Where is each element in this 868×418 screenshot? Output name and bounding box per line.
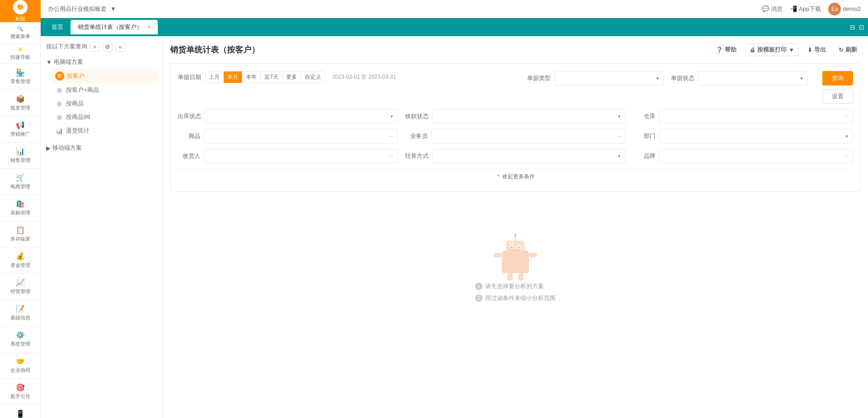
print-icon: 🖨: [750, 47, 755, 53]
collapse-bar[interactable]: ⌃ 收起更多条件: [178, 169, 853, 184]
empty-tips: 1 请先选择要分析的方案 2 用过滤条件来缩小分析范围: [475, 282, 556, 302]
query-action-area: 查询 设置: [822, 71, 853, 104]
order-status-input[interactable]: ▼: [698, 71, 808, 86]
sidebar-quicknav[interactable]: ⚡ 快捷导航: [0, 44, 40, 64]
logo-icon: 畅: [13, 0, 28, 14]
messages-btn[interactable]: 💬 消息: [762, 5, 783, 13]
print-label: 按模板打印: [757, 46, 787, 54]
scheme-item-product99[interactable]: ⊞ 按商品99: [52, 110, 159, 124]
help-label: 帮助: [725, 46, 736, 54]
date-tab-this-year[interactable]: 本年: [242, 71, 261, 83]
empty-tip-2: 2 用过滤条件来缩小分析范围: [475, 294, 556, 302]
scheme-customer-product-label: 按客户+商品: [66, 86, 99, 94]
sidebar-item-inventory[interactable]: 📋 库存核算: [0, 221, 40, 247]
payment-status-input[interactable]: ▼: [432, 109, 625, 124]
scheme-item-customer-product[interactable]: ⊞ 按客户+商品: [52, 83, 159, 97]
tab-minimize-icon[interactable]: ⊟: [850, 24, 855, 31]
retail-icon: 🏪: [16, 68, 25, 77]
main-content: 办公用品行业模拟账套 ▼ 💬 消息 📲 App下载 Ea demo2 首页 销货…: [41, 0, 868, 418]
scheme-item-product[interactable]: ⊞ 按商品: [52, 97, 159, 110]
user-profile[interactable]: Ea demo2: [828, 3, 861, 15]
empty-tip-1: 1 请先选择要分析的方案: [475, 282, 556, 290]
date-tab-custom[interactable]: 自定义: [301, 71, 325, 83]
print-btn[interactable]: 🖨 按模板打印 ▼: [745, 43, 798, 56]
collapse-panel-btn[interactable]: «: [115, 42, 125, 52]
sidebar-search[interactable]: 🔍 搜索菜单: [0, 22, 40, 44]
sidebar-item-finance[interactable]: 💰 资金管理: [0, 247, 40, 274]
warehouse-input[interactable]: ···: [659, 109, 853, 124]
sidebar-item-retail[interactable]: 🏪 零售管理: [0, 64, 40, 90]
scheme-items-list: 客 按客户 ⊞ 按客户+商品 ⊞ 按商品: [44, 69, 159, 138]
settlement-dropdown-icon: ▼: [617, 154, 622, 159]
date-tab-last-month[interactable]: 上月: [205, 71, 224, 83]
product-input[interactable]: ···: [204, 129, 398, 143]
sidebar-item-newbie[interactable]: 🎯 新手引导: [0, 379, 40, 405]
department-field: 部门 ▼: [633, 129, 853, 143]
sidebar-item-system-label: 系统管理: [10, 341, 30, 347]
export-btn[interactable]: ⬇ 导出: [804, 44, 830, 56]
tab-close-icon[interactable]: ✕: [147, 25, 151, 30]
sidebar-item-purchase-label: 采购管理: [10, 209, 30, 216]
order-type-input[interactable]: ▼: [554, 71, 664, 86]
payment-status-field: 收款状态 ▼: [405, 109, 625, 124]
add-scheme-btn[interactable]: +: [90, 42, 100, 52]
query-button[interactable]: 查询: [822, 71, 853, 86]
sidebar-item-wholesale[interactable]: 📦 批发管理: [0, 90, 40, 116]
app-download-btn[interactable]: 📲 App下载: [790, 5, 821, 13]
product-field: 商品 ···: [178, 129, 398, 143]
content-area: 按以下方案查询 + ⚙ « ▼ 电脑端方案: [41, 36, 868, 418]
warehouse-status-field: 出库状态 ▼: [178, 109, 398, 124]
department-input[interactable]: ▼: [659, 129, 853, 143]
sidebar-search-label: 搜索菜单: [10, 33, 30, 40]
sidebar-item-sales[interactable]: 📊 销售管理: [0, 142, 40, 169]
warehouse-status-input[interactable]: ▼: [205, 109, 398, 124]
mobile-scheme-title[interactable]: ▶ 移动端方案: [44, 141, 159, 155]
recipient-field: 收货人 ···: [178, 149, 398, 163]
message-icon: 💬: [762, 5, 769, 12]
sidebar-item-operation[interactable]: 📈 经营管理: [0, 274, 40, 300]
order-status-field: 单据状态 ▼: [671, 71, 808, 86]
svg-rect-8: [529, 253, 537, 257]
desktop-scheme-title[interactable]: ▼ 电脑端方案: [44, 55, 159, 69]
product-label: 商品: [178, 132, 200, 140]
department-label: 部门: [633, 132, 656, 140]
scheme-customer-product-icon: ⊞: [55, 86, 63, 94]
date-tab-more[interactable]: 更多: [283, 71, 301, 83]
settlement-field: 结算方式 ▼: [405, 149, 625, 163]
salesperson-field: 业务员 ···: [405, 129, 625, 143]
messages-label: 消息: [771, 5, 783, 13]
tab-home[interactable]: 首页: [44, 20, 71, 34]
salesperson-input[interactable]: ···: [431, 129, 625, 143]
page-title-bar: 销货单统计表（按客户） ❓ 帮助 🖨 按模板打印 ▼ ⬇ 导出: [170, 43, 861, 56]
settlement-input[interactable]: ▼: [432, 149, 625, 163]
department-dropdown-icon: ▼: [844, 134, 849, 139]
page-title-text: 销货单统计表（按客户）: [170, 44, 259, 55]
date-tab-7days[interactable]: 近7天: [261, 71, 283, 83]
sidebar-item-system[interactable]: ⚙️ 系统管理: [0, 326, 40, 352]
sidebar-item-basic[interactable]: 📝 基础信息: [0, 300, 40, 326]
sidebar-item-marketing[interactable]: 📢 营销推广: [0, 116, 40, 142]
sidebar-item-operation-label: 经营管理: [10, 288, 30, 295]
system-icon: ⚙️: [16, 331, 25, 339]
sidebar-item-ecommerce[interactable]: 🛒 电商管理: [0, 169, 40, 195]
apps-icon: 📱: [16, 409, 25, 418]
scheme-settings-btn[interactable]: ⚙: [103, 42, 113, 52]
settings-icon: ⚙: [105, 43, 110, 50]
collapse-label: 收起更多条件: [502, 173, 535, 180]
settings-button[interactable]: 设置: [822, 89, 853, 104]
scheme-item-customer[interactable]: 客 按客户: [52, 69, 159, 83]
tab-maximize-icon[interactable]: ⊡: [859, 24, 864, 31]
date-tab-this-month[interactable]: 本月: [224, 71, 242, 83]
help-btn[interactable]: ❓ 帮助: [712, 44, 740, 56]
scheme-item-return-stats[interactable]: 📊 退货统计: [52, 124, 159, 138]
svg-point-4: [511, 247, 513, 248]
refresh-icon: ↻: [839, 47, 844, 53]
sidebar-item-purchase[interactable]: 🛍️ 采购管理: [0, 195, 40, 221]
refresh-btn[interactable]: ↻ 刷新: [835, 44, 861, 56]
app-logo: 畅 标版: [0, 0, 41, 22]
recipient-input[interactable]: ···: [204, 149, 398, 163]
brand-input[interactable]: ···: [659, 149, 853, 163]
sidebar-item-enterprise[interactable]: 🤝 企业协同: [0, 352, 40, 379]
sidebar-item-apps[interactable]: 📱 应用中心: [0, 405, 40, 418]
tab-sales-stats[interactable]: 销货单统计表（按客户） ✕: [71, 20, 158, 34]
